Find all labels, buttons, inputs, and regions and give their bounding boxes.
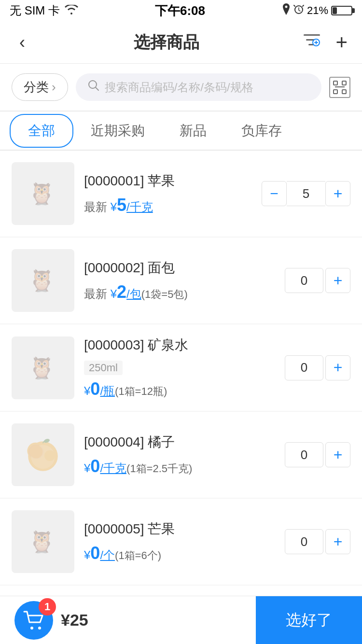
quantity-control: + [285,355,350,380]
price-label: 最新 [84,287,107,300]
status-left: 无 SIM 卡 [10,3,78,18]
price-unit: /千克 [126,200,153,213]
search-box[interactable]: 搜索商品编码/名称/条码/规格 [76,73,321,101]
quantity-control: + [285,529,350,554]
product-spec: 250ml [84,361,123,375]
cart-area: 1 ¥25 [0,601,256,640]
product-info: [0000005] 芒果 ¥0/个(1箱=6个) [84,520,275,563]
scan-button[interactable] [329,77,350,98]
price-extra: (1袋=5包) [141,288,188,300]
price-symbol: ¥ [111,287,117,300]
carrier-label: 无 SIM 卡 [10,3,60,18]
price-value: 5 [117,195,126,215]
category-chevron: › [52,80,56,95]
svg-text:🦉: 🦉 [28,529,55,554]
add-icon[interactable]: + [335,31,348,54]
plus-button[interactable]: + [325,181,350,206]
svg-rect-8 [334,90,337,94]
price-unit: /千克 [100,462,126,475]
table-row: 🦉 [0000001] 苹果 最新 ¥5/千克 − + [0,151,362,237]
svg-text:🦉: 🦉 [28,181,55,206]
battery-percentage: 21% [307,4,328,17]
category-label: 分类 [24,79,49,96]
quantity-input[interactable] [285,529,323,554]
alarm-icon [293,4,304,17]
filter-bar: 分类 › 搜索商品编码/名称/条码/规格 [0,64,362,111]
svg-rect-7 [342,81,346,85]
nav-actions: + [303,31,348,54]
price-value: 0 [90,456,100,476]
price-symbol: ¥ [84,462,90,475]
table-row: 🦉 [0000003] 矿泉水 250ml ¥0/瓶(1箱=12瓶) + [0,324,362,411]
plus-button[interactable]: + [325,442,350,467]
quantity-input[interactable] [287,181,325,206]
price-value: 0 [90,543,100,563]
quantity-input[interactable] [285,442,323,467]
quantity-control: − + [262,181,350,206]
cart-total: ¥25 [61,611,88,630]
product-price: 最新 ¥2/包(1袋=5包) [84,282,275,302]
plus-button[interactable]: + [325,268,350,293]
product-name: [0000003] 矿泉水 [84,336,275,354]
table-row: [0000004] 橘子 ¥0/千克(1箱=2.5千克) + [0,412,362,498]
price-unit: /个 [100,548,115,561]
product-name: [0000005] 芒果 [84,520,275,538]
svg-text:🦉: 🦉 [28,268,55,293]
search-icon [87,79,100,95]
price-extra: (1箱=6个) [115,549,161,561]
svg-point-26 [38,627,41,630]
price-unit: /包 [126,287,141,300]
filter-icon[interactable] [303,32,321,53]
quantity-input[interactable] [285,268,323,293]
product-info: [0000003] 矿泉水 250ml ¥0/瓶(1箱=12瓶) [84,336,275,399]
tab-bar: 全部 近期采购 新品 负库存 [0,112,362,151]
cart-icon-wrap[interactable]: 1 [14,601,53,640]
status-right: 21% [282,3,352,18]
product-image: 🦉 [12,510,74,573]
confirm-button[interactable]: 选好了 [256,596,362,644]
price-value: 0 [90,379,100,399]
product-price: 最新 ¥5/千克 [84,195,252,215]
tab-all[interactable]: 全部 [10,114,73,148]
product-image: 🦉 [12,162,74,225]
product-name: [0000001] 苹果 [84,172,252,190]
svg-rect-6 [334,81,337,85]
battery-icon [331,6,352,15]
price-symbol: ¥ [111,200,117,213]
product-info: [0000004] 橘子 ¥0/千克(1箱=2.5千克) [84,433,275,476]
product-image: 🦉 [12,249,74,312]
table-row: 🦉 [0000002] 面包 最新 ¥2/包(1袋=5包) + [0,238,362,323]
plus-button[interactable]: + [325,529,350,554]
location-icon [282,3,291,18]
status-time: 下午6:08 [155,2,205,19]
product-info: [0000001] 苹果 最新 ¥5/千克 [84,172,252,215]
quantity-input[interactable] [285,355,323,380]
minus-button[interactable]: − [262,181,287,206]
product-price: ¥0/个(1箱=6个) [84,543,275,563]
quantity-control: + [285,268,350,293]
price-unit: /瓶 [100,384,115,397]
plus-button[interactable]: + [325,355,350,380]
quantity-control: + [285,442,350,467]
svg-point-21 [44,450,55,461]
tab-recent[interactable]: 近期采购 [73,112,162,150]
svg-point-25 [30,627,33,630]
product-name: [0000002] 面包 [84,259,275,277]
price-value: 2 [117,282,126,302]
svg-text:🦉: 🦉 [28,355,55,380]
wifi-icon [65,4,78,17]
product-price: ¥0/千克(1箱=2.5千克) [84,456,275,476]
tab-new[interactable]: 新品 [162,112,224,150]
page-title: 选择商品 [134,31,199,54]
price-label: 最新 [84,200,107,213]
bottom-bar: 1 ¥25 选好了 [0,596,362,644]
product-name: [0000004] 橘子 [84,433,275,451]
price-extra: (1箱=2.5千克) [126,462,192,475]
svg-rect-1 [304,34,320,36]
category-button[interactable]: 分类 › [12,73,68,101]
tab-negative[interactable]: 负库存 [224,112,299,150]
back-button[interactable]: ‹ [14,28,30,57]
nav-bar: ‹ 选择商品 + [0,21,362,64]
product-info: [0000002] 面包 最新 ¥2/包(1袋=5包) [84,259,275,302]
search-placeholder: 搜索商品编码/名称/条码/规格 [105,80,253,95]
